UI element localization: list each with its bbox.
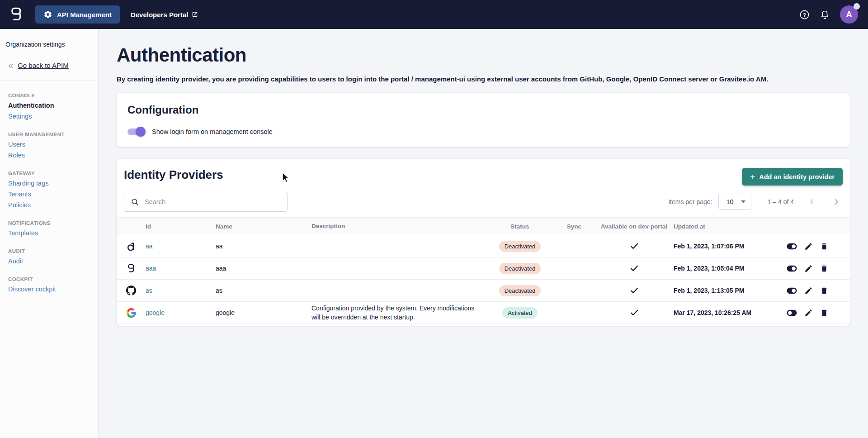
sidebar-section-heading: USER MANAGEMENT [8, 132, 94, 137]
items-per-page-value: 10 [726, 198, 733, 205]
provider-id-link[interactable]: as [146, 287, 152, 294]
go-back-to-apim-link[interactable]: « Go back to APIM [8, 61, 94, 70]
sidebar-item-settings[interactable]: Settings [8, 113, 94, 120]
gravitee-logo-icon[interactable] [10, 6, 25, 23]
sidebar-nav: CONSOLEAuthenticationSettingsUSER MANAGE… [5, 93, 94, 293]
edit-button[interactable] [804, 242, 813, 251]
toggle-label: Show login form on management console [152, 128, 273, 135]
edit-button[interactable] [804, 309, 813, 317]
items-per-page-select[interactable]: 10 [718, 194, 751, 210]
activate-toggle-button[interactable] [787, 309, 797, 316]
provider-updated-at: Mar 17, 2023, 10:26:25 AM [674, 309, 787, 316]
identity-provider-row: googlegoogleConfiguration provided by th… [117, 302, 850, 324]
delete-button[interactable] [820, 309, 828, 317]
provider-updated-at: Feb 1, 2023, 1:07:06 PM [674, 243, 787, 250]
available-on-dev-portal-cell [594, 286, 674, 295]
identity-providers-card: Identity Providers + Add an identity pro… [117, 159, 850, 326]
sidebar-item-authentication[interactable]: Authentication [8, 102, 94, 109]
sidebar-section-heading: CONSOLE [8, 93, 94, 98]
add-identity-provider-button[interactable]: + Add an identity provider [742, 168, 843, 186]
external-link-icon [192, 11, 198, 18]
github-icon [117, 286, 146, 295]
available-on-dev-portal-cell [594, 309, 674, 317]
add-identity-provider-label: Add an identity provider [759, 173, 835, 181]
plus-icon: + [750, 172, 755, 181]
sidebar-section-heading: NOTIFICATIONS [8, 220, 94, 226]
row-actions [787, 242, 850, 251]
sidebar-item-audit[interactable]: Audit [8, 257, 94, 265]
status-badge: Deactivated [499, 285, 541, 296]
sidebar-item-discover-cockpit[interactable]: Discover cockpit [8, 286, 94, 293]
edit-button[interactable] [804, 264, 813, 273]
table-header-row: IdNameDescriptionStatusSyncAvailable on … [117, 217, 850, 235]
column-header-id: Id [146, 223, 216, 230]
previous-page-button[interactable] [806, 195, 818, 208]
provider-id-link[interactable]: aa [146, 243, 153, 250]
edit-button[interactable] [804, 286, 813, 295]
configuration-title: Configuration [127, 104, 839, 116]
help-icon: ? [799, 10, 810, 20]
provider-id-link[interactable]: aaa [146, 265, 156, 272]
help-button[interactable]: ? [799, 10, 810, 20]
activate-toggle-button[interactable] [787, 265, 797, 272]
gear-icon [43, 10, 52, 19]
provider-id-link[interactable]: google [146, 309, 165, 316]
provider-name: google [216, 309, 311, 316]
gravitee-icon [117, 263, 146, 274]
delete-button[interactable] [820, 286, 828, 295]
activate-toggle-button[interactable] [787, 287, 797, 294]
identity-providers-table: IdNameDescriptionStatusSyncAvailable on … [117, 217, 850, 324]
sidebar-item-sharding-tags[interactable]: Sharding tags [8, 180, 94, 187]
developers-portal-link[interactable]: Developers Portal [131, 11, 198, 19]
status-badge: Deactivated [499, 241, 541, 252]
check-icon [630, 264, 639, 272]
check-icon [630, 286, 639, 295]
show-login-form-toggle[interactable] [127, 129, 145, 135]
provider-name: aa [216, 243, 311, 250]
user-avatar[interactable]: A [840, 5, 858, 24]
google-icon [117, 308, 146, 318]
search-icon [131, 198, 139, 206]
status-badge: Deactivated [499, 263, 541, 274]
provider-updated-at: Feb 1, 2023, 1:05:04 PM [674, 265, 787, 272]
row-actions [787, 286, 850, 295]
sidebar-item-tenants[interactable]: Tenants [8, 190, 94, 198]
available-on-dev-portal-cell [594, 264, 674, 272]
delete-button[interactable] [820, 264, 828, 273]
sidebar-item-templates[interactable]: Templates [8, 229, 94, 237]
sidebar-item-users[interactable]: Users [8, 141, 94, 148]
sidebar-section-heading: GATEWAY [8, 171, 94, 176]
oidc-icon [117, 241, 146, 252]
sidebar-section-heading: COCKPIT [8, 276, 94, 282]
avatar-status-badge [854, 3, 860, 10]
api-management-button[interactable]: API Management [35, 5, 120, 24]
column-header-status: Status [486, 223, 554, 230]
available-on-dev-portal-cell [594, 242, 674, 250]
provider-name: as [216, 287, 311, 294]
main-content: Authentication By creating identity prov… [99, 29, 868, 438]
activate-toggle-button[interactable] [787, 243, 797, 250]
sidebar-item-roles[interactable]: Roles [8, 152, 94, 159]
notifications-button[interactable] [820, 10, 830, 20]
table-body: aaaaDeactivatedFeb 1, 2023, 1:07:06 PMaa… [117, 235, 850, 324]
provider-name: aaa [216, 265, 311, 272]
developers-portal-label: Developers Portal [131, 11, 189, 19]
search-input[interactable] [145, 198, 281, 205]
column-header-updated-at: Updated at [674, 223, 787, 230]
sidebar-item-policies[interactable]: Policies [8, 201, 94, 209]
status-badge: Activated [502, 307, 537, 319]
caret-down-icon [741, 200, 745, 203]
api-management-label: API Management [57, 11, 112, 19]
identity-provider-row: aaaaDeactivatedFeb 1, 2023, 1:07:06 PM [117, 235, 850, 257]
next-page-button[interactable] [830, 195, 843, 208]
row-actions [787, 309, 850, 317]
top-navbar: API Management Developers Portal ? [0, 0, 868, 29]
configuration-card: Configuration Show login form on managem… [117, 93, 850, 147]
page-title: Authentication [117, 44, 850, 66]
chevron-left-icon [807, 197, 816, 206]
items-per-page-label: Items per page: [668, 198, 712, 205]
chevron-right-icon [832, 197, 841, 206]
delete-button[interactable] [820, 242, 828, 251]
column-header-description: Description [311, 222, 486, 231]
column-header-name: Name [216, 223, 311, 230]
